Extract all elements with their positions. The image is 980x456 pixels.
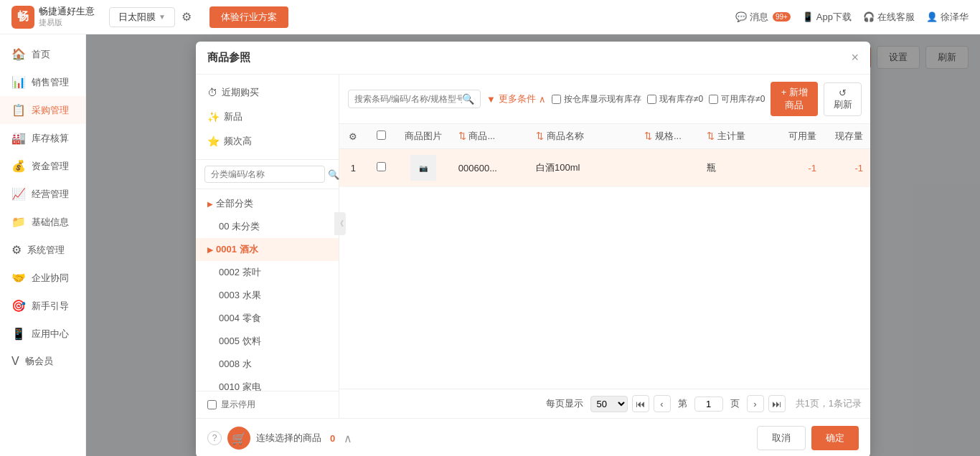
cancel-button[interactable]: 取消 (757, 426, 806, 450)
cell-stock: -1 (824, 149, 870, 187)
show-disabled-label: 显示停用 (221, 399, 255, 411)
help-icon[interactable]: ? (207, 431, 222, 445)
avatar-icon: 👤 (926, 11, 938, 22)
message-badge: 99+ (773, 12, 791, 22)
search-submit-icon[interactable]: 🔍 (462, 93, 474, 105)
category-search: 🔍 (196, 160, 339, 189)
category-item-0[interactable]: ▶全部分类 (196, 192, 339, 215)
sidebar-item-8[interactable]: 🤝企业协同 (0, 264, 85, 292)
prev-page-icon: ‹ (660, 399, 663, 409)
first-page-icon: ⏮ (636, 399, 645, 409)
last-page-btn[interactable]: ⏭ (768, 395, 786, 412)
settings-icon[interactable]: ⚙ (175, 6, 198, 29)
prev-page-btn[interactable]: ‹ (654, 395, 671, 412)
modal-body: ⏱近期购买✨新品⭐频次高 《 🔍 ▶全部分类00 未分类▶0001 酒水0002… (196, 75, 870, 418)
sort-spec-icon[interactable]: ⇅ (644, 130, 652, 141)
more-filter-btn[interactable]: ▼ 更多条件 ∧ (486, 92, 546, 105)
show-disabled-checkbox[interactable] (207, 400, 217, 409)
warehouse-filter: 按仓库显示现有库存 (552, 93, 641, 105)
available-not-zero-filter: 可用库存≠0 (709, 93, 765, 105)
category-item-3[interactable]: 0002 茶叶 (196, 261, 339, 284)
stock-not-zero-checkbox[interactable] (647, 95, 656, 104)
sidebar-item-6[interactable]: 📁基础信息 (0, 208, 85, 236)
category-item-5[interactable]: 0004 零食 (196, 307, 339, 330)
product-reference-modal: 商品参照 × ⏱近期购买✨新品⭐频次高 《 (196, 42, 870, 456)
col-avail-header: 可用量 (761, 124, 824, 149)
cell-name: 白酒100ml (529, 149, 637, 187)
col-img-header: 商品图片 (395, 124, 451, 149)
page-info: 共1页，1条记录 (796, 397, 862, 410)
app-download-btn[interactable]: 📱 App下载 (802, 11, 852, 24)
modal-header: 商品参照 × (196, 42, 870, 75)
cart-btn[interactable]: 🛒 (227, 427, 250, 450)
show-disabled: 显示停用 (196, 391, 339, 418)
cell-avail: -1 (761, 149, 824, 187)
table-row[interactable]: 1 📷 000600... 白酒100ml 瓶 -1 -1 (339, 149, 870, 187)
category-item-7[interactable]: 0008 水 (196, 353, 339, 376)
left-tab-0[interactable]: ⏱近期购买 (196, 80, 339, 105)
cell-num: 1 (339, 149, 367, 187)
footer-collapse-icon[interactable]: ∧ (344, 432, 352, 445)
col-name-header: ⇅ 商品名称 (529, 124, 637, 149)
sidebar-item-10[interactable]: 📱应用中心 (0, 320, 85, 348)
add-product-button[interactable]: + 新增商品 (771, 82, 818, 116)
sidebar-item-1[interactable]: 📊销售管理 (0, 68, 85, 96)
close-icon[interactable]: × (851, 50, 859, 65)
by-warehouse-checkbox[interactable] (552, 95, 561, 104)
sidebar-item-11[interactable]: V畅会员 (0, 348, 85, 375)
content-area: 查询 设置 刷新 商品参照 × ⏱近期购买✨新品⭐频次高 (86, 34, 980, 456)
cell-check (367, 149, 395, 187)
collapse-panel-btn[interactable]: 《 (334, 212, 346, 235)
cell-spec (637, 149, 699, 187)
main-layout: 🏠首页📊销售管理📋采购管理🏭库存核算💰资金管理📈经营管理📁基础信息⚙系统管理🤝企… (0, 34, 980, 456)
category-item-8[interactable]: 0010 家电 (196, 376, 339, 391)
search-input-wrap: 🔍 (348, 90, 481, 108)
first-page-btn[interactable]: ⏮ (632, 395, 649, 412)
filter-arrow-icon: ∧ (539, 94, 546, 105)
sidebar-item-2[interactable]: 📋采购管理 (0, 96, 85, 124)
pagination: 每页显示 10 20 50 100 ⏮ ‹ (339, 389, 870, 418)
left-tab-2[interactable]: ⭐频次高 (196, 129, 339, 153)
modal-overlay: 商品参照 × ⏱近期购买✨新品⭐频次高 《 (86, 34, 980, 456)
sidebar-item-7[interactable]: ⚙系统管理 (0, 236, 85, 264)
confirm-button[interactable]: 确定 (811, 426, 859, 450)
settings-col-icon[interactable]: ⚙ (349, 131, 357, 142)
sidebar-item-3[interactable]: 🏭库存核算 (0, 124, 85, 152)
category-item-2[interactable]: ▶0001 酒水 (196, 238, 339, 261)
sidebar-item-4[interactable]: 💰资金管理 (0, 152, 85, 180)
last-page-icon: ⏭ (772, 399, 781, 409)
refresh-table-button[interactable]: ↺ 刷新 (824, 82, 862, 116)
user-avatar[interactable]: 👤 徐泽华 (926, 11, 969, 24)
page-size-select[interactable]: 10 20 50 100 (590, 396, 628, 412)
messages-btn[interactable]: 💬 消息 99+ (735, 11, 791, 24)
sidebar-item-5[interactable]: 📈经营管理 (0, 180, 85, 208)
search-icon[interactable]: 🔍 (328, 169, 339, 180)
page-number-input[interactable] (694, 396, 723, 412)
sidebar-item-0[interactable]: 🏠首页 (0, 40, 85, 68)
product-table-container: ⚙ 商品图片 ⇅ 商品... (339, 124, 870, 389)
col-unit-header: ⇅ 主计量 (699, 124, 762, 149)
category-search-input[interactable] (204, 166, 325, 183)
logo-icon: 畅 (11, 6, 34, 29)
next-page-btn[interactable]: › (747, 395, 764, 412)
store-name: 日太阳膜 (118, 11, 156, 24)
sort-unit-icon[interactable]: ⇅ (707, 130, 715, 141)
left-tab-1[interactable]: ✨新品 (196, 105, 339, 129)
row-checkbox[interactable] (377, 162, 386, 171)
store-selector[interactable]: 日太阳膜 ▼ (109, 7, 175, 27)
cell-unit: 瓶 (699, 149, 762, 187)
sort-code-icon[interactable]: ⇅ (458, 130, 466, 141)
col-stock-header: 现存量 (824, 124, 870, 149)
category-item-6[interactable]: 0005 饮料 (196, 330, 339, 353)
sidebar: 🏠首页📊销售管理📋采购管理🏭库存核算💰资金管理📈经营管理📁基础信息⚙系统管理🤝企… (0, 34, 86, 456)
customer-service-btn[interactable]: 🎧 在线客服 (863, 11, 915, 24)
available-not-zero-checkbox[interactable] (709, 95, 718, 104)
cell-img: 📷 (395, 149, 451, 187)
sidebar-item-9[interactable]: 🎯新手引导 (0, 292, 85, 320)
trial-button[interactable]: 体验行业方案 (209, 6, 288, 28)
select-all-checkbox[interactable] (377, 130, 386, 140)
category-item-4[interactable]: 0003 水果 (196, 284, 339, 307)
sort-name-icon[interactable]: ⇅ (536, 130, 544, 141)
category-item-1[interactable]: 00 未分类 (196, 215, 339, 238)
search-input[interactable] (354, 94, 462, 104)
